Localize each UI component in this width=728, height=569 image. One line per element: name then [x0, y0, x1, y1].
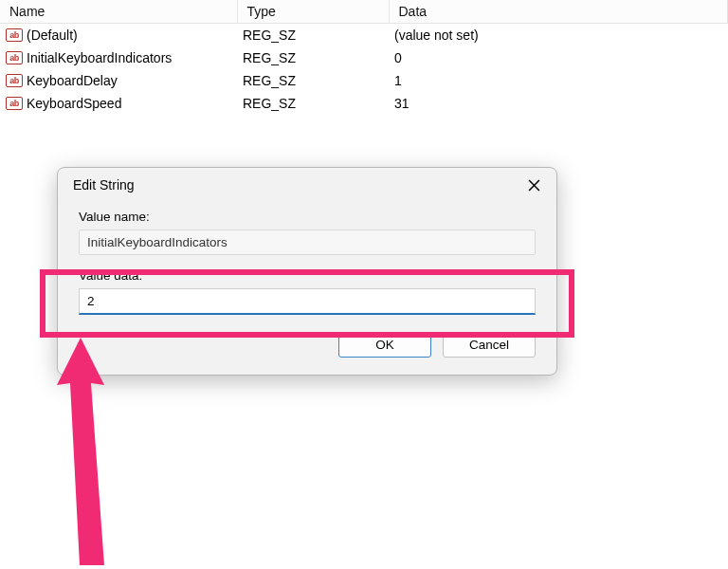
- value-data: 31: [389, 92, 728, 115]
- value-type: REG_SZ: [237, 92, 389, 115]
- edit-string-dialog: Edit String Value name: InitialKeyboardI…: [57, 167, 557, 376]
- col-header-name[interactable]: Name: [0, 0, 237, 24]
- value-data: 0: [389, 46, 728, 69]
- table-row[interactable]: ab InitialKeyboardIndicators REG_SZ 0: [0, 46, 728, 69]
- value-data: 1: [389, 69, 728, 92]
- value-type: REG_SZ: [237, 46, 389, 69]
- string-icon: ab: [6, 28, 23, 42]
- cancel-button[interactable]: Cancel: [443, 332, 536, 358]
- col-header-data[interactable]: Data: [389, 0, 728, 24]
- value-type: REG_SZ: [237, 69, 389, 92]
- table-row[interactable]: ab KeyboardDelay REG_SZ 1: [0, 69, 728, 92]
- table-row[interactable]: ab KeyboardSpeed REG_SZ 31: [0, 92, 728, 115]
- value-name-field: InitialKeyboardIndicators: [79, 229, 536, 255]
- value-name: KeyboardDelay: [27, 73, 118, 88]
- string-icon: ab: [6, 74, 23, 87]
- value-name: (Default): [27, 28, 78, 43]
- value-data-label: Value data:: [79, 268, 536, 283]
- string-icon: ab: [6, 97, 23, 110]
- registry-values-table: Name Type Data ab (Default) REG_SZ (valu…: [0, 0, 728, 115]
- value-name: InitialKeyboardIndicators: [27, 50, 172, 65]
- dialog-title: Edit String: [73, 177, 135, 193]
- ok-button[interactable]: OK: [338, 332, 431, 358]
- value-data-input[interactable]: [79, 288, 536, 315]
- value-type: REG_SZ: [237, 24, 389, 47]
- col-header-type[interactable]: Type: [237, 0, 389, 24]
- value-data: (value not set): [389, 24, 728, 47]
- close-icon[interactable]: [524, 175, 543, 194]
- value-name: KeyboardSpeed: [27, 96, 121, 111]
- value-name-label: Value name:: [79, 210, 536, 224]
- table-row[interactable]: ab (Default) REG_SZ (value not set): [0, 24, 728, 47]
- string-icon: ab: [6, 51, 23, 64]
